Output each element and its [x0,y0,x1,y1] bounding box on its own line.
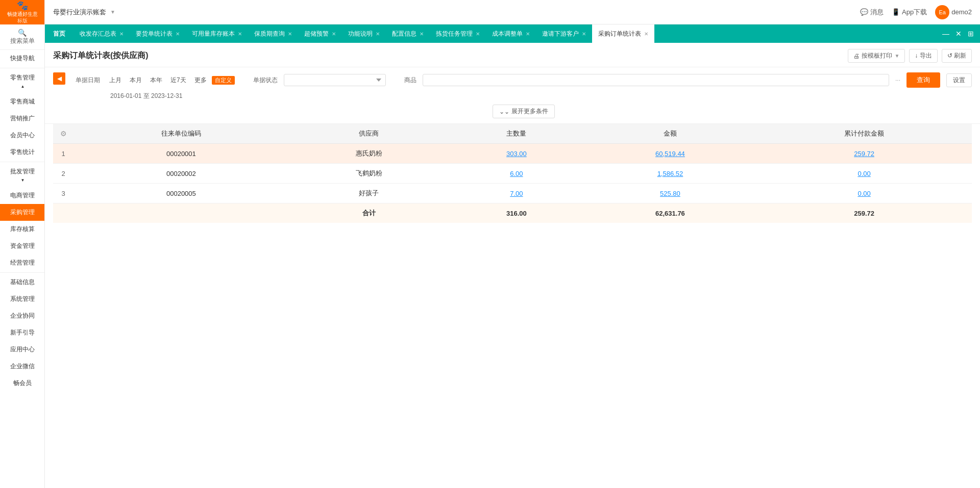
sidebar-item-retail-shop[interactable]: 零售商城 [0,93,44,110]
user-profile-button[interactable]: Ea demo2 [935,5,972,19]
sidebar-item-wechat[interactable]: 企业微信 [0,358,44,375]
tab-order-stats[interactable]: 要货单统计表 ✕ [130,24,186,43]
tab-config-info[interactable]: 配置信息 ✕ [386,24,430,43]
table-row[interactable]: 1 00020001 惠氏奶粉 303.00 60,519.44 259.72 [53,144,972,164]
row-amount[interactable]: 525.80 [584,184,756,203]
sidebar-item-app-center[interactable]: 应用中心 [0,341,44,358]
tab-receive-send-summary[interactable]: 收发存汇总表 ✕ [74,24,130,43]
tab-close-icon[interactable]: ✕ [476,31,480,37]
row-num: 2 [53,164,74,184]
purchase-order-table: ⚙ 往来单位编码 供应商 主数量 [53,124,972,223]
shortcut-more[interactable]: 更多 [191,75,210,86]
tab-close-icon[interactable]: ✕ [376,31,380,37]
table-row[interactable]: 2 00020002 飞鹤奶粉 6.00 1,586.52 0.00 [53,164,972,184]
sidebar-item-marketing[interactable]: 营销推广 [0,110,44,127]
tab-close-icon[interactable]: ✕ [288,31,292,37]
sidebar-item-finance[interactable]: 资金管理 [0,238,44,254]
tab-picking-task-label: 拣货任务管理 [436,30,473,38]
status-select[interactable] [284,74,386,86]
sidebar-item-newbie[interactable]: 新手引导 [0,324,44,341]
tab-picking-task[interactable]: 拣货任务管理 ✕ [430,24,486,43]
sidebar-quick-nav-label: 快捷导航 [2,54,42,63]
sidebar-item-enterprise[interactable]: 企业协同 [0,307,44,324]
tab-overstock-warning[interactable]: 超储预警 ✕ [298,24,342,43]
tab-close-icon[interactable]: ✕ [420,31,424,37]
tab-available-stock[interactable]: 可用量库存账本 ✕ [186,24,248,43]
sidebar-item-system[interactable]: 系统管理 [0,291,44,307]
date-shortcuts: 上月 本月 本年 近7天 更多 自定义 [106,75,235,86]
nav-tabs-controls: — ✕ ⊞ [940,30,980,38]
table-settings-icon[interactable]: ⚙ [60,130,67,138]
logo-tagline: 标版 [17,17,28,24]
export-button[interactable]: ↓ 导出 [909,49,937,63]
sidebar-item-quick-nav[interactable]: 快捷导航 [0,50,44,67]
row-amount[interactable]: 1,586.52 [584,164,756,184]
sidebar-item-wholesale[interactable]: 批发管理 [0,163,44,187]
sidebar-item-operations[interactable]: 经营管理 [0,254,44,271]
message-button[interactable]: 💬 消息 [860,8,884,17]
tab-close-icon[interactable]: ✕ [119,31,124,37]
sidebar-retail-stats-label: 零售统计 [2,148,42,157]
sidebar-item-basic-info[interactable]: 基础信息 [0,274,44,291]
tab-close-icon[interactable]: ✕ [238,31,242,37]
sidebar-divider-2 [0,162,44,162]
row-paid[interactable]: 0.00 [756,184,972,203]
sidebar-item-ecommerce[interactable]: 电商管理 [0,187,44,204]
sidebar-item-purchase[interactable]: 采购管理 [0,204,44,221]
row-quantity[interactable]: 303.00 [449,144,584,164]
sidebar-item-retail-mgmt[interactable]: 零售管理 [0,69,44,93]
goods-input[interactable] [423,74,889,86]
tab-close-icon[interactable]: ✕ [582,31,586,37]
app-download-button[interactable]: 📱 App下载 [892,8,927,17]
row-quantity[interactable]: 6.00 [449,164,584,184]
row-quantity[interactable]: 7.00 [449,184,584,203]
tab-home[interactable]: 首页 [45,24,74,43]
sidebar-item-inventory[interactable]: 库存核算 [0,221,44,238]
row-amount[interactable]: 60,519.44 [584,144,756,164]
tab-purchase-order-stats[interactable]: 采购订单统计表 ✕ [592,24,654,43]
date-range-display: 2016-01-01 至 2023-12-31 [110,92,182,100]
shortcut-last-month[interactable]: 上月 [106,75,125,86]
nav-expand-icon[interactable]: ⊞ [966,30,976,38]
expand-filter-button[interactable]: ⌄⌄ 展开更多条件 [493,105,555,118]
app-logo: 🐾 畅捷通好生意 标版 [0,0,44,24]
goods-filter-label: 商品 [404,76,416,85]
avatar: Ea [935,5,949,19]
date-to: 2023-12-31 [151,92,182,99]
nav-scroll-left-icon[interactable]: — [940,30,951,38]
supplier-code-header: 往来单位编码 [74,124,289,144]
more-options-icon[interactable]: ··· [895,76,900,84]
refresh-button[interactable]: ↺ 刷新 [942,49,972,63]
filter-collapse-button[interactable]: ◀ [53,72,65,85]
tab-home-label: 首页 [53,30,65,38]
row-paid[interactable]: 0.00 [756,164,972,184]
tab-close-active-icon[interactable]: ✕ [644,31,648,37]
sidebar-item-search[interactable]: 🔍 搜索菜单 [0,24,44,50]
date-from: 2016-01-01 [110,92,141,99]
nav-close-all-icon[interactable]: ✕ [953,30,964,38]
table-header-row: ⚙ 往来单位编码 供应商 主数量 [53,124,972,144]
sidebar-item-vip[interactable]: 畅会员 [0,375,44,392]
settings-button[interactable]: 设置 [946,73,972,87]
print-button[interactable]: 🖨 按模板打印 ▼ [848,49,905,63]
shortcut-this-month[interactable]: 本月 [127,75,145,86]
sidebar-item-member[interactable]: 会员中心 [0,127,44,144]
tab-cost-adjust[interactable]: 成本调整单 ✕ [486,24,536,43]
table-row[interactable]: 3 00020005 好孩子 7.00 525.80 0.00 [53,184,972,203]
query-button[interactable]: 查询 [906,72,940,88]
tab-function-desc[interactable]: 功能说明 ✕ [342,24,386,43]
workspace-dropdown-icon: ▼ [110,9,115,15]
tab-expiry-query[interactable]: 保质期查询 ✕ [248,24,298,43]
row-paid[interactable]: 259.72 [756,144,972,164]
gear-column-header[interactable]: ⚙ [53,124,74,144]
tab-close-icon[interactable]: ✕ [526,31,530,37]
shortcut-last-7-days[interactable]: 近7天 [167,75,189,86]
tab-close-icon[interactable]: ✕ [176,31,180,37]
workspace-selector[interactable]: 母婴行业演示账套 ▼ [53,8,115,17]
download-icon: 📱 [892,8,900,16]
tab-expiry-query-label: 保质期查询 [254,30,285,38]
sidebar-item-retail-stats[interactable]: 零售统计 [0,144,44,161]
shortcut-this-year[interactable]: 本年 [147,75,165,86]
tab-close-icon[interactable]: ✕ [332,31,336,37]
tab-invite-downstream[interactable]: 邀请下游客户 ✕ [536,24,592,43]
